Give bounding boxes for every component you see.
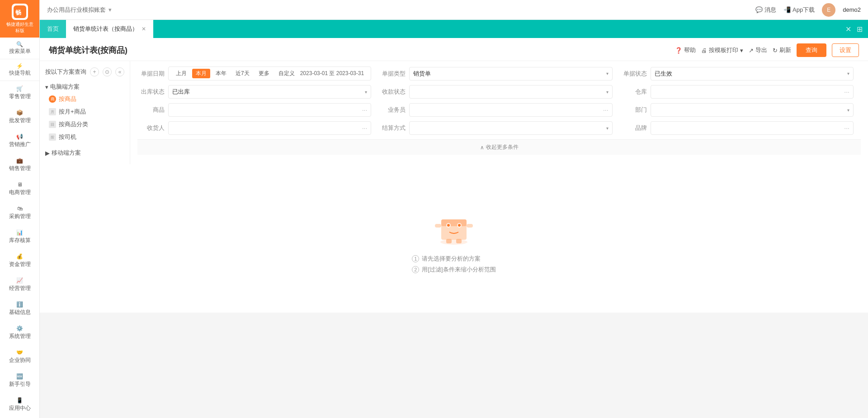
sidebar-item-basic[interactable]: ℹ️ 基础信息 (0, 297, 39, 321)
tab-bar: 首页 销货单统计表（按商品） ✕ ✕ ⊞ (40, 20, 868, 38)
query-button[interactable]: 查询 (797, 43, 826, 57)
tab-home[interactable]: 首页 (40, 20, 66, 38)
doc-status-arrow: ▾ (847, 71, 849, 76)
window-minimize-button[interactable]: ✕ (844, 25, 853, 33)
svg-text:畅: 畅 (15, 9, 21, 16)
message-button[interactable]: 💬 消息 (755, 6, 776, 14)
doc-type-label: 单据类型 (378, 70, 409, 78)
refresh-button[interactable]: ↻ 刷新 (773, 46, 791, 54)
sidebar-search[interactable]: 🔍 搜索菜单 (0, 38, 39, 59)
receiver-label: 收货人 (137, 124, 168, 132)
goods-control[interactable]: ··· (168, 103, 371, 117)
filter-row-4: 收货人 ··· 结算方式 ▾ 品牌 ··· (137, 121, 861, 135)
breadcrumb-text: 办公用品行业模拟账套 (47, 6, 106, 14)
topbar: 办公用品行业模拟账套 ▾ 💬 消息 📲 App下载 E demo2 (40, 0, 868, 20)
brand-dots: ··· (844, 124, 849, 132)
empty-tips: 1 请先选择要分析的方案 2 用[过滤]条件来缩小分析范围 (412, 255, 495, 276)
svg-rect-4 (441, 219, 467, 226)
settlement-control[interactable]: ▾ (409, 121, 612, 135)
warehouse-dots: ··· (844, 88, 849, 95)
department-control[interactable]: ▾ (651, 103, 854, 117)
doc-type-control[interactable]: 销货单 ▾ (409, 67, 612, 81)
scheme-item-icon-by-month: 月 (49, 108, 56, 115)
tip-num-2: 2 (412, 266, 419, 273)
scheme-header: 按以下方案查询 + ⊙ « (40, 65, 130, 79)
sidebar-menu-list: 🛒 零售管理 📦 批发管理 📢 营销推广 💼 销售管理 🖥 电商管理 🛍 采购管… (0, 81, 39, 418)
template-print-button[interactable]: 🖨 按模板打印 ▾ (701, 46, 743, 54)
sidebar-item-operation[interactable]: 📈 经营管理 (0, 273, 39, 297)
sidebar-item-ecommerce[interactable]: 🖥 电商管理 (0, 177, 39, 201)
date-range-group[interactable]: 上月 本月 本年 近7天 更多 自定义 2023-03-01 至 2023-03… (168, 66, 371, 81)
sidebar-item-inventory[interactable]: 📊 库存核算 (0, 225, 39, 249)
sidebar-item-enterprise[interactable]: 🤝 企业协同 (0, 345, 39, 369)
tab-close-button[interactable]: ✕ (142, 26, 146, 32)
scheme-item-by-month-goods[interactable]: 月 按月+商品 (43, 105, 130, 118)
scheme-group-arrow: ▾ (45, 84, 48, 90)
settlement-label: 结算方式 (378, 124, 409, 132)
salesperson-control[interactable]: ··· (409, 103, 612, 117)
scheme-item-by-cashier[interactable]: 按 按司机 (43, 131, 130, 143)
payment-status-control[interactable]: ▾ (409, 85, 612, 99)
date-pill-7days[interactable]: 近7天 (232, 69, 253, 78)
sidebar-item-marketing[interactable]: 📢 营销推广 (0, 129, 39, 153)
doc-type-value: 销货单 (413, 70, 606, 78)
salesperson-dots: ··· (603, 106, 609, 114)
scheme-sidebar: 按以下方案查询 + ⊙ « ▾ 电脑端方案 商 按商品 (40, 61, 130, 164)
app-download-button[interactable]: 📲 App下载 (783, 6, 815, 14)
empty-state: 1 请先选择要分析的方案 2 用[过滤]条件来缩小分析范围 (40, 164, 868, 313)
collapse-bar[interactable]: ∧ 收起更多条件 (137, 139, 861, 155)
scheme-items-desktop: 商 按商品 月 按月+商品 回 按商品分类 (40, 93, 130, 143)
sidebar-item-newuser[interactable]: 🆕 新手引导 (0, 369, 39, 393)
settings-button[interactable]: 设置 (832, 43, 859, 57)
window-maximize-button[interactable]: ⊞ (855, 25, 864, 33)
tip-text-2: 用[过滤]条件来缩小分析范围 (422, 266, 495, 274)
out-status-control[interactable]: 已出库 ▾ (168, 85, 371, 99)
warehouse-control[interactable]: ··· (651, 85, 854, 99)
sidebar-item-appcenter[interactable]: 📱 应用中心 (0, 393, 39, 417)
breadcrumb-dropdown-icon[interactable]: ▾ (108, 6, 112, 13)
receiver-control[interactable]: ··· (168, 121, 371, 135)
scheme-group-mobile-title[interactable]: ▶ 移动端方案 (40, 147, 130, 159)
topbar-right: 💬 消息 📲 App下载 E demo2 (755, 3, 861, 17)
sidebar-item-system[interactable]: ⚙️ 系统管理 (0, 321, 39, 345)
sidebar-item-wholesale[interactable]: 📦 批发管理 (0, 105, 39, 129)
print-dropdown-icon: ▾ (740, 47, 743, 54)
user-name[interactable]: demo2 (843, 6, 861, 13)
scheme-copy-button[interactable]: ⊙ (103, 67, 112, 76)
filter-row-2: 出库状态 已出库 ▾ 收款状态 ▾ 仓库 ·· (137, 85, 861, 99)
filter-row-3: 商品 ··· 业务员 ··· 部门 ▾ (137, 103, 861, 117)
sidebar-item-finance[interactable]: 💰 资金管理 (0, 249, 39, 273)
tab-report[interactable]: 销货单统计表（按商品） ✕ (66, 20, 153, 38)
date-pill-more[interactable]: 更多 (255, 69, 273, 78)
sidebar-item-retail[interactable]: 🛒 零售管理 (0, 81, 39, 105)
help-button[interactable]: ❓ 帮助 (675, 46, 696, 54)
date-pill-this-month[interactable]: 本月 (192, 69, 210, 78)
doc-status-control[interactable]: 已生效 ▾ (651, 67, 854, 81)
print-icon: 🖨 (701, 47, 707, 54)
svg-rect-10 (467, 224, 473, 228)
export-button[interactable]: ↗ 导出 (749, 46, 767, 54)
scheme-item-by-category[interactable]: 回 按商品分类 (43, 118, 130, 131)
date-pills: 上月 本月 本年 近7天 更多 自定义 (172, 69, 298, 78)
avatar[interactable]: E (822, 3, 835, 17)
sidebar-item-sales[interactable]: 💼 销售管理 (0, 153, 39, 177)
scheme-add-button[interactable]: + (90, 67, 99, 76)
brand-control[interactable]: ··· (651, 121, 854, 135)
sidebar-quick-nav[interactable]: ⚡ 快捷导航 (0, 59, 39, 81)
scheme-item-by-goods[interactable]: 商 按商品 (43, 93, 130, 105)
goods-label: 商品 (137, 106, 168, 114)
date-pill-this-year[interactable]: 本年 (212, 69, 230, 78)
filter-row-1: 单据日期 上月 本月 本年 近7天 更多 自定义 2023-03-01 至 20… (137, 66, 861, 81)
sidebar-app-name: 畅捷通好生意 (6, 21, 33, 28)
scheme-item-icon-by-goods: 商 (49, 95, 56, 103)
date-pill-custom[interactable]: 自定义 (275, 69, 298, 78)
sidebar-item-purchase[interactable]: 🛍 采购管理 (0, 201, 39, 225)
scheme-group-desktop-title[interactable]: ▾ 电脑端方案 (40, 81, 130, 93)
warehouse-label: 仓库 (620, 88, 651, 96)
date-pill-last-month[interactable]: 上月 (172, 69, 190, 78)
payment-status-label: 收款状态 (378, 88, 409, 96)
svg-point-2 (440, 239, 467, 245)
page-content: 销货单统计表(按商品) ❓ 帮助 🖨 按模板打印 ▾ ↗ 导出 (40, 38, 868, 418)
goods-dots: ··· (362, 106, 368, 114)
scheme-collapse-button[interactable]: « (115, 67, 124, 76)
